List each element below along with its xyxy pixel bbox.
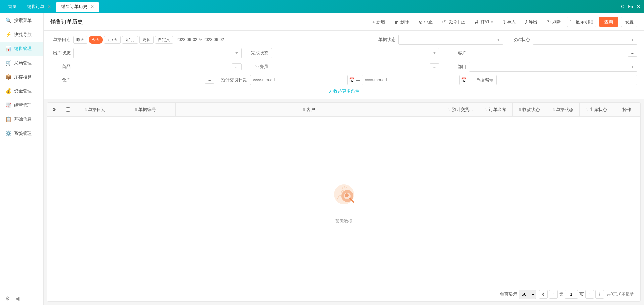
delivery-date-start-input[interactable]	[250, 75, 348, 85]
th-bill[interactable]: ⇅ 单据状态	[546, 103, 580, 116]
th-outbound[interactable]: ⇅ 出库状态	[580, 103, 613, 116]
calendar-end-icon[interactable]: 📅	[461, 77, 467, 83]
filter-salesperson-ellipsis[interactable]: ···	[430, 63, 439, 70]
settings-label: 设置	[625, 19, 634, 25]
filter-warehouse-control: ···	[73, 77, 214, 84]
sidebar-item-search-menu[interactable]: 🔍 搜索菜单	[0, 13, 43, 28]
sidebar-item-base-info[interactable]: 📋 基础信息	[0, 112, 43, 126]
empty-state: 暂无数据	[47, 117, 640, 287]
content-area: 销售订单历史 + 新增 🗑 删除 ⊘ 中止 ↺ 取消中止	[44, 13, 644, 305]
tab-sales-history[interactable]: 销售订单历史 ✕	[56, 2, 99, 12]
th-settings[interactable]: ⚙	[47, 103, 61, 116]
tab-sales-history-label: 销售订单历史	[61, 4, 87, 10]
sidebar-item-finance[interactable]: 💰 资金管理	[0, 84, 43, 98]
main-layout: 🔍 搜索菜单 ⚡ 快捷导航 📊 销售管理 🛒 采购管理 📦 库存核算 💰 资金管…	[0, 13, 644, 305]
filter-order-no-label: 单据编号	[473, 77, 493, 83]
tab-sales-order[interactable]: 销售订单 ✕	[22, 2, 56, 12]
refresh-button[interactable]: ↻ 刷新	[544, 17, 564, 27]
filter-outbound-select[interactable]: ▼	[73, 48, 242, 58]
new-button[interactable]: + 新增	[369, 17, 388, 27]
date-btn-more[interactable]: 更多	[139, 36, 154, 44]
filter-item-complete: 完成状态 ▼	[248, 48, 439, 58]
filter-receipt-status-select[interactable]: ▼	[533, 35, 637, 45]
sidebar-item-quick-nav[interactable]: ⚡ 快捷导航	[0, 28, 43, 42]
sidebar-item-search-menu-label: 搜索菜单	[14, 17, 32, 24]
filter-goods-ellipsis[interactable]: ···	[232, 63, 242, 70]
filter-bill-status-select[interactable]: ▼	[398, 35, 503, 45]
sidebar-settings-icon[interactable]: ⚙	[5, 295, 10, 302]
cancel-stop-label: 取消中止	[447, 19, 465, 25]
th-date-label: 单据日期	[88, 107, 105, 113]
date-btn-today[interactable]: 今天	[89, 36, 103, 44]
th-customer[interactable]: ⇅ 客户	[176, 103, 442, 116]
show-detail-button[interactable]: 显示明细	[567, 17, 596, 27]
date-btn-custom[interactable]: 自定义	[155, 36, 173, 44]
show-detail-checkbox[interactable]	[570, 20, 574, 24]
tab-home[interactable]: 首页	[3, 2, 22, 12]
page-first-button[interactable]: ⟪	[539, 290, 548, 299]
date-btn-1month[interactable]: 近1月	[122, 36, 138, 44]
th-outbound-label: 出库状态	[590, 107, 607, 113]
new-label: 新增	[376, 19, 385, 25]
page-prev-button[interactable]: ‹	[549, 290, 558, 299]
filter-customer-control: ···	[469, 50, 637, 57]
page-last-button[interactable]: ⟫	[595, 290, 604, 299]
th-checkbox[interactable]	[61, 103, 75, 116]
page-header: 销售订单历史 + 新增 🗑 删除 ⊘ 中止 ↺ 取消中止	[44, 13, 644, 31]
filter-item-salesperson: 业务员 ···	[248, 63, 439, 70]
page-number-input[interactable]	[565, 290, 578, 299]
total-text: 共0页, 0条记录	[607, 291, 634, 297]
collapse-button[interactable]: ∧ 收起更多条件	[329, 88, 359, 94]
per-page-dropdown[interactable]: 50 10 20 100	[519, 290, 536, 299]
sidebar-item-sales-mgmt[interactable]: 📊 销售管理	[0, 42, 43, 56]
query-label: 查询	[604, 19, 613, 25]
filter-row-1: 单据日期 昨天 今天 近7天 近1月 更多 自定义 2023-06-02 至 2…	[50, 35, 637, 45]
filter-dept-select[interactable]: ▼	[469, 62, 637, 72]
filter-complete-select[interactable]: ▼	[271, 48, 439, 58]
settings-button[interactable]: 设置	[621, 17, 637, 27]
base-info-icon: 📋	[5, 116, 11, 122]
sidebar-item-sys-mgmt-label: 系统管理	[14, 130, 32, 137]
cancel-stop-button[interactable]: ↺ 取消中止	[439, 17, 468, 27]
th-date[interactable]: ⇅ 单据日期	[75, 103, 115, 116]
calendar-start-icon[interactable]: 📅	[349, 77, 355, 83]
sort-icon-customer: ⇅	[303, 108, 305, 111]
quick-nav-icon: ⚡	[5, 32, 11, 38]
settings-gear-icon: ⚙	[52, 107, 56, 112]
page-title: 销售订单历史	[50, 18, 83, 26]
th-orderno[interactable]: ⇅ 单据编号	[115, 103, 176, 116]
filter-item-receipt-status: 收款状态 ▼	[510, 35, 637, 45]
window-close-icon[interactable]: ✕	[636, 4, 641, 10]
filter-order-no-input[interactable]	[496, 75, 637, 85]
import-button[interactable]: ⤵ 导入	[500, 17, 519, 27]
sidebar-collapse-icon[interactable]: ◀	[15, 295, 19, 302]
date-btn-7days[interactable]: 近7天	[104, 36, 121, 44]
stop-button[interactable]: ⊘ 中止	[415, 17, 436, 27]
refresh-label: 刷新	[552, 19, 561, 25]
collapse-arrow-icon: ∧	[329, 89, 332, 94]
sidebar-item-operation[interactable]: 📈 经营管理	[0, 98, 43, 112]
table-header: ⚙ ⇅ 单据日期 ⇅ 单据编号 ⇅ 客户 ⇅	[47, 103, 640, 117]
sidebar-item-purchase-mgmt[interactable]: 🛒 采购管理	[0, 56, 43, 70]
sidebar-item-inventory[interactable]: 📦 库存核算	[0, 70, 43, 84]
tab-sales-history-close[interactable]: ✕	[91, 4, 94, 9]
query-button[interactable]: 查询	[599, 17, 618, 27]
page-next-button[interactable]: ›	[585, 290, 594, 299]
delete-button[interactable]: 🗑 删除	[391, 17, 413, 27]
select-all-checkbox[interactable]	[66, 107, 70, 112]
filter-date-control: 昨天 今天 近7天 近1月 更多 自定义 2023-06-02 至 2023-0…	[73, 36, 369, 44]
delivery-date-end-input[interactable]	[362, 75, 460, 85]
export-button[interactable]: ⤴ 导出	[522, 17, 541, 27]
sidebar-item-sys-mgmt[interactable]: ⚙️ 系统管理	[0, 126, 43, 141]
th-amount[interactable]: ⇅ 订单金额	[479, 103, 513, 116]
th-delivery[interactable]: ⇅ 预计交货...	[442, 103, 479, 116]
tab-sales-order-close[interactable]: ✕	[48, 4, 51, 9]
finance-icon: 💰	[5, 88, 11, 94]
filter-customer-ellipsis[interactable]: ···	[628, 50, 637, 57]
print-button[interactable]: 🖨 打印 ▼	[471, 17, 497, 27]
th-receipt[interactable]: ⇅ 收款状态	[513, 103, 546, 116]
filter-row-4: 仓库 ··· 预计交货日期 📅 — 📅 单据编号	[50, 75, 637, 85]
filter-warehouse-ellipsis[interactable]: ···	[205, 77, 214, 84]
date-btn-yesterday[interactable]: 昨天	[73, 36, 87, 44]
print-label: 打印	[480, 19, 489, 25]
